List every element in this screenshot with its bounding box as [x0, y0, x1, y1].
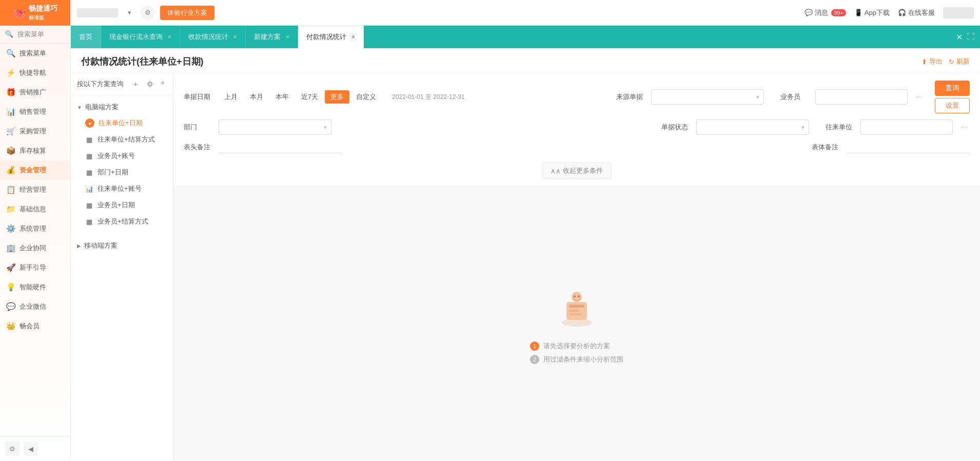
- doc-status-select[interactable]: ▾: [696, 119, 809, 135]
- sidebar-item-sales[interactable]: 📊销售管理: [0, 102, 70, 122]
- scheme-item-dept-date[interactable]: ▦部门+日期: [71, 164, 173, 181]
- sidebar-item-finance[interactable]: 💰资金管理: [0, 161, 70, 180]
- sidebar-item-guide[interactable]: 🚀新手引导: [0, 258, 70, 277]
- body-note-input[interactable]: [847, 141, 970, 153]
- sidebar-item-member[interactable]: 👑畅会员: [0, 316, 70, 336]
- source-doc-select[interactable]: ▾: [651, 89, 764, 105]
- tip-num-2: 2: [530, 355, 539, 364]
- tab-receipt-stats[interactable]: 收款情况统计×: [180, 26, 246, 48]
- user-area: [77, 8, 118, 17]
- logo-icon: 🐙: [13, 7, 26, 19]
- scheme-item-partner-date[interactable]: ●往来单位+日期: [71, 115, 173, 131]
- date-opt-近7天[interactable]: 近7天: [296, 90, 324, 104]
- industry-btn[interactable]: 体验行业方案: [160, 6, 214, 20]
- query-btn[interactable]: 查询: [935, 81, 970, 96]
- refresh-icon: ↻: [949, 58, 954, 66]
- date-opt-本月[interactable]: 本月: [244, 90, 269, 104]
- header-note-input[interactable]: [219, 141, 342, 153]
- date-opt-更多[interactable]: 更多: [325, 90, 349, 104]
- scheme-label-salesman-settle: 业务员+结算方式: [97, 217, 148, 226]
- tab-close-bank-flow[interactable]: ×: [168, 33, 171, 41]
- tab-expand-btn[interactable]: ⛶: [967, 32, 975, 42]
- page-header: 付款情况统计(往来单位+日期) ⬆ 导出 ↻ 刷新: [71, 48, 980, 73]
- date-opt-自定义[interactable]: 自定义: [350, 90, 382, 104]
- salesman-more-btn[interactable]: ···: [914, 92, 925, 102]
- refresh-btn[interactable]: ↻ 刷新: [949, 57, 970, 66]
- scheme-icon-salesman-account: ▦: [85, 152, 93, 160]
- mobile-scheme-group-header[interactable]: ▶ 移动端方案: [71, 238, 173, 253]
- topbar-settings-icon[interactable]: ⚙: [141, 6, 155, 20]
- sidebar-label-sales: 销售管理: [19, 107, 46, 116]
- sidebar-nav: 🔍搜索菜单⚡快捷导航🎁营销推广📊销售管理🛒采购管理📦库存核算💰资金管理📋经营管理…: [0, 44, 70, 336]
- notification-label: 消息: [815, 8, 828, 17]
- date-field-label: 单据日期: [184, 92, 212, 102]
- add-scheme-btn[interactable]: +: [130, 78, 141, 90]
- export-btn[interactable]: ⬆ 导出: [922, 57, 943, 66]
- sidebar-item-inventory[interactable]: 📦库存核算: [0, 141, 70, 161]
- sidebar-item-purchase[interactable]: 🛒采购管理: [0, 122, 70, 141]
- tab-close-payment-stats[interactable]: ×: [351, 33, 355, 41]
- tab-home[interactable]: 首页: [71, 26, 101, 48]
- scheme-item-partner-account[interactable]: 📊往来单位+账号: [71, 181, 173, 197]
- tab-close-all-btn[interactable]: ✕: [956, 32, 963, 42]
- scheme-label-partner-settle: 往来单位+结算方式: [97, 135, 155, 144]
- counterpart-select[interactable]: [860, 119, 953, 135]
- sidebar-label-quick-nav: 快捷导航: [19, 68, 46, 77]
- salesman-select[interactable]: [815, 89, 908, 105]
- doc-status-label: 单据状态: [661, 123, 690, 132]
- dept-select[interactable]: ▾: [219, 119, 331, 135]
- sidebar-item-hardware[interactable]: 💡智能硬件: [0, 277, 70, 297]
- sidebar-label-search: 搜索菜单: [19, 49, 46, 58]
- sidebar-search-area[interactable]: 🔍 搜索菜单: [0, 26, 70, 44]
- sidebar-icon-enterprise: 🏢: [6, 244, 15, 253]
- tab-new-scheme[interactable]: 新建方案×: [246, 26, 298, 48]
- collapse-more-btn[interactable]: ∧∧ 收起更多条件: [542, 163, 612, 179]
- scheme-icon-partner-account: 📊: [85, 185, 93, 193]
- scheme-settings-btn[interactable]: ⚙: [144, 78, 155, 90]
- sidebar-item-weixin[interactable]: 💬企业微信: [0, 297, 70, 316]
- refresh-label: 刷新: [956, 57, 970, 66]
- counterpart-more-btn[interactable]: ···: [959, 123, 970, 132]
- sidebar-item-search[interactable]: 🔍搜索菜单: [0, 44, 70, 63]
- right-filter-panel: 单据日期 上月本月本年近7天更多自定义 2022-01-01 至 2022-12…: [173, 73, 980, 461]
- app-download-btn[interactable]: 📱 App下载: [854, 8, 890, 17]
- sidebar-item-basic-info[interactable]: 📁基础信息: [0, 199, 70, 219]
- scheme-item-salesman-date[interactable]: ▦业务员+日期: [71, 197, 173, 213]
- sidebar-settings-btn[interactable]: ⚙: [5, 442, 19, 456]
- online-service-btn[interactable]: 🎧 在线客服: [898, 8, 935, 17]
- sidebar-icon-inventory: 📦: [6, 146, 15, 155]
- scheme-label-dept-date: 部门+日期: [97, 168, 128, 177]
- empty-tip-2: 2 用过滤条件来缩小分析范围: [530, 355, 623, 364]
- sidebar-item-quick-nav[interactable]: ⚡快捷导航: [0, 63, 70, 83]
- sidebar-label-marketing: 营销推广: [19, 88, 46, 97]
- sidebar-item-enterprise[interactable]: 🏢企业协同: [0, 238, 70, 258]
- scheme-icon-salesman-date: ▦: [85, 201, 93, 209]
- sidebar-item-marketing[interactable]: 🎁营销推广: [0, 83, 70, 102]
- sidebar-collapse-btn[interactable]: ◀: [24, 442, 38, 456]
- scheme-item-partner-settle[interactable]: ▦往来单位+结算方式: [71, 131, 173, 148]
- tab-payment-stats[interactable]: 付款情况统计×: [298, 26, 364, 48]
- collapse-panel-btn[interactable]: «: [159, 78, 167, 87]
- topbar-dropdown-btn[interactable]: ▾: [123, 7, 135, 19]
- sidebar-item-operations[interactable]: 📋经营管理: [0, 180, 70, 199]
- scheme-item-salesman-settle[interactable]: ▦业务员+结算方式: [71, 213, 173, 230]
- empty-illustration: [551, 284, 602, 335]
- header-note-label: 表头备注: [184, 143, 212, 152]
- tabbar: 首页现金银行流水查询×收款情况统计×新建方案×付款情况统计×✕⛶: [71, 26, 980, 48]
- notification-btn[interactable]: 💬 消息 99+: [805, 8, 846, 17]
- filter-settings-btn[interactable]: 设置: [935, 98, 970, 113]
- date-opt-本年[interactable]: 本年: [270, 90, 295, 104]
- date-opt-上月[interactable]: 上月: [219, 90, 243, 104]
- tab-bank-flow[interactable]: 现金银行流水查询×: [101, 26, 180, 48]
- pc-scheme-group-header[interactable]: ▼ 电脑端方案: [71, 99, 173, 115]
- sidebar-item-system[interactable]: ⚙️系统管理: [0, 219, 70, 238]
- counterpart-label: 往来单位: [826, 123, 854, 132]
- sidebar-icon-search: 🔍: [6, 49, 15, 58]
- tab-close-new-scheme[interactable]: ×: [286, 33, 289, 41]
- scheme-item-salesman-account[interactable]: ▦业务员+账号: [71, 148, 173, 164]
- tab-close-receipt-stats[interactable]: ×: [233, 33, 237, 41]
- scheme-label-salesman-date: 业务员+日期: [97, 201, 135, 210]
- content-body: 按以下方案查询 + ⚙ « ▼ 电脑端方案 ●往来单位+日期▦往来单位+结算方式…: [71, 73, 980, 461]
- filter-row-2: 部门 ▾ 单据状态 ▾ 往来单位: [184, 119, 970, 135]
- sidebar-label-weixin: 企业微信: [19, 302, 46, 311]
